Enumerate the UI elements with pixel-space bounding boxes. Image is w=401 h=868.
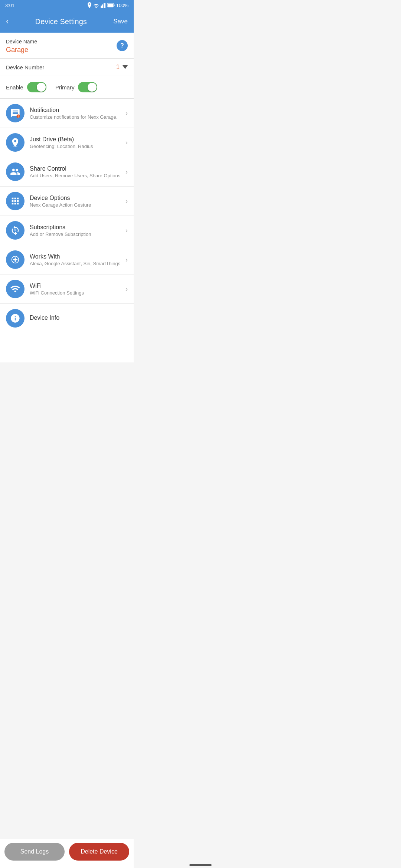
svg-text:!: ! — [18, 115, 19, 118]
svg-point-9 — [13, 146, 17, 147]
menu-item-just-drive[interactable]: Just Drive (Beta) Geofencing: Location, … — [0, 128, 134, 157]
primary-toggle-knob — [88, 83, 97, 92]
menu-item-device-info[interactable]: Device Info — [0, 304, 134, 333]
menu-text-device-options: Device Options Nexx Garage Action Gestur… — [30, 195, 123, 208]
menu-title-wifi: WiFi — [30, 283, 123, 289]
menu-title-notification: Notification — [30, 107, 123, 114]
menu-icon-device-options — [6, 192, 25, 210]
menu-text-wifi: WiFi WiFi Connection Settings — [30, 283, 123, 296]
help-icon[interactable]: ? — [117, 40, 128, 51]
enable-toggle-knob — [37, 83, 46, 92]
header: ‹ Device Settings Save — [0, 10, 134, 33]
menu-icon-just-drive — [6, 133, 25, 152]
save-button[interactable]: Save — [113, 18, 128, 25]
menu-title-device-info: Device Info — [30, 315, 128, 321]
menu-text-share-control: Share Control Add Users, Remove Users, S… — [30, 165, 123, 178]
menu-text-device-info: Device Info — [30, 315, 128, 322]
menu-list: ! Notification Customize notifications f… — [0, 99, 134, 333]
menu-icon-subscriptions: $ — [6, 221, 25, 240]
svg-text:$: $ — [14, 228, 16, 232]
back-button[interactable]: ‹ — [6, 17, 9, 26]
device-number-right[interactable]: 1 — [116, 64, 128, 70]
device-number-section[interactable]: Device Number 1 — [0, 59, 134, 76]
menu-chevron-notification: › — [125, 109, 128, 117]
signal-status-icon — [101, 3, 106, 8]
menu-subtitle-wifi: WiFi Connection Settings — [30, 290, 123, 296]
menu-item-works-with[interactable]: Works With Alexa, Google Assistant, Siri… — [0, 245, 134, 274]
main-content: Device Name Garage ? Device Number 1 Ena… — [0, 33, 134, 362]
battery-status-icon — [107, 3, 115, 7]
menu-icon-device-info — [6, 309, 25, 328]
menu-title-device-options: Device Options — [30, 195, 123, 201]
device-name-value[interactable]: Garage — [6, 46, 128, 54]
menu-text-subscriptions: Subscriptions Add or Remove Subscription — [30, 224, 123, 237]
menu-item-device-options[interactable]: Device Options Nexx Garage Action Gestur… — [0, 187, 134, 216]
menu-chevron-wifi: › — [125, 285, 128, 293]
menu-chevron-subscriptions: › — [125, 227, 128, 234]
battery-percent: 100% — [116, 3, 128, 8]
menu-subtitle-share-control: Add Users, Remove Users, Share Options — [30, 173, 123, 178]
menu-subtitle-subscriptions: Add or Remove Subscription — [30, 231, 123, 237]
menu-title-share-control: Share Control — [30, 165, 123, 172]
menu-title-works-with: Works With — [30, 253, 123, 260]
menu-chevron-device-options: › — [125, 197, 128, 205]
primary-toggle-group: Primary — [55, 82, 98, 92]
menu-item-subscriptions[interactable]: $ Subscriptions Add or Remove Subscripti… — [0, 216, 134, 245]
menu-subtitle-works-with: Alexa, Google Assistant, Siri, SmartThin… — [30, 261, 123, 266]
menu-item-notification[interactable]: ! Notification Customize notifications f… — [0, 99, 134, 128]
primary-label: Primary — [55, 84, 75, 91]
menu-item-wifi[interactable]: WiFi WiFi Connection Settings › — [0, 274, 134, 304]
svg-rect-5 — [114, 4, 114, 6]
svg-rect-1 — [102, 4, 103, 8]
location-status-icon — [87, 2, 92, 8]
primary-toggle[interactable] — [78, 82, 97, 92]
status-bar: 3:01 100% — [0, 0, 134, 10]
device-number-value: 1 — [116, 64, 120, 70]
menu-subtitle-notification: Customize notifications for Nexx Garage. — [30, 114, 123, 120]
menu-chevron-works-with: › — [125, 256, 128, 264]
menu-chevron-just-drive: › — [125, 139, 128, 147]
menu-icon-share-control — [6, 162, 25, 181]
wifi-status-icon — [93, 3, 99, 8]
page-title: Device Settings — [35, 17, 87, 26]
svg-rect-2 — [104, 3, 105, 8]
menu-subtitle-just-drive: Geofencing: Location, Radius — [30, 144, 123, 149]
menu-icon-works-with — [6, 250, 25, 269]
menu-text-just-drive: Just Drive (Beta) Geofencing: Location, … — [30, 136, 123, 149]
enable-toggle-group: Enable — [6, 82, 46, 92]
device-number-dropdown-icon[interactable] — [123, 65, 128, 69]
toggles-section: Enable Primary — [0, 76, 134, 99]
device-number-label: Device Number — [6, 64, 44, 70]
svg-rect-6 — [108, 4, 113, 7]
menu-chevron-share-control: › — [125, 168, 128, 176]
menu-text-works-with: Works With Alexa, Google Assistant, Siri… — [30, 253, 123, 266]
menu-title-subscriptions: Subscriptions — [30, 224, 123, 231]
svg-rect-3 — [105, 3, 106, 8]
menu-title-just-drive: Just Drive (Beta) — [30, 136, 123, 143]
enable-label: Enable — [6, 84, 23, 91]
svg-rect-0 — [101, 6, 102, 8]
status-time: 3:01 — [5, 3, 14, 8]
enable-toggle[interactable] — [27, 82, 46, 92]
menu-icon-wifi — [6, 280, 25, 298]
device-name-label: Device Name — [6, 39, 128, 45]
menu-subtitle-device-options: Nexx Garage Action Gesture — [30, 202, 123, 208]
status-icons: 100% — [87, 2, 128, 8]
menu-text-notification: Notification Customize notifications for… — [30, 107, 123, 120]
menu-icon-notification: ! — [6, 104, 25, 122]
menu-item-share-control[interactable]: Share Control Add Users, Remove Users, S… — [0, 157, 134, 187]
device-name-section: Device Name Garage ? — [0, 33, 134, 59]
